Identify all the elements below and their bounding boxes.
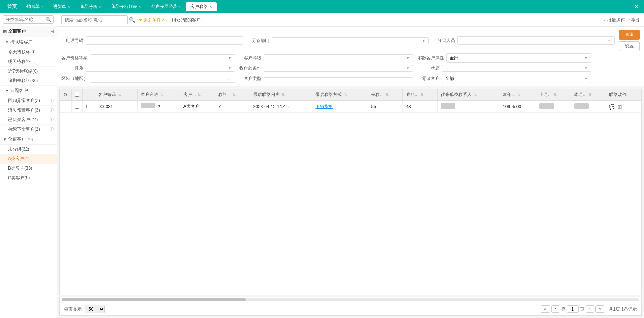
select-all-checkbox[interactable] [75, 92, 79, 97]
sidebar-item-declining[interactable]: 持续下滑客户(2) ⓘ [0, 125, 57, 134]
sidebar-item-already-lost[interactable]: 已流失客户(24) ⓘ [0, 115, 57, 125]
arrow-down-icon: ▼ [5, 40, 9, 44]
retail-customer-caret-icon: ▼ [584, 77, 588, 81]
nature-select[interactable]: ▼ [86, 65, 235, 72]
td-unit-contact [438, 101, 500, 113]
th-name[interactable]: 客户名称 ⇅ [138, 89, 180, 101]
scroll-thumb[interactable] [62, 298, 246, 301]
first-page-button[interactable]: « [541, 305, 550, 313]
th-overdue[interactable]: 逾期... ⇅ [403, 89, 438, 101]
nav-home[interactable]: 首页 [3, 2, 21, 11]
th-not-contacted[interactable]: 未联... ⇅ [368, 89, 403, 101]
row-checkbox[interactable] [75, 104, 79, 109]
close-tab-customer-tier-icon[interactable]: × [179, 4, 181, 9]
price-grade-caret-icon: ▼ [228, 56, 232, 60]
status-caret-icon: ▼ [584, 66, 588, 70]
settings-button[interactable]: 设置 [619, 41, 640, 51]
customer-type-select[interactable] [264, 77, 413, 80]
th-customer-type[interactable]: 客户... ⇅ [180, 89, 215, 101]
sidebar-value-group[interactable]: ▼ 价值客户 ↻ + [0, 134, 57, 145]
dept-label: 分管部门 [247, 38, 269, 44]
filter-caret-icon: ∧ [162, 17, 165, 22]
last-contact-method-link[interactable]: 下销货单 [315, 104, 333, 109]
close-tab-product-list-icon[interactable]: × [139, 4, 141, 9]
td-customer-type: A类客户 [180, 101, 215, 113]
th-unit-contact[interactable]: 往来单位联系人 ⇅ [438, 89, 500, 101]
sort-overdue-icon: ⇅ [421, 93, 423, 97]
nav-tab-product-analysis[interactable]: 商品分析 × [75, 2, 105, 11]
query-button[interactable]: 查询 [619, 30, 640, 40]
th-last-month[interactable]: 上月... ⇅ [536, 89, 571, 101]
arrow-down-icon-problem: ▼ [5, 89, 9, 93]
my-customers-checkbox[interactable] [168, 18, 173, 22]
th-this-year[interactable]: 本年... ⇅ [500, 89, 536, 101]
retail-attr-select[interactable]: 全部 ▼ [446, 53, 591, 63]
prev-page-button[interactable]: ‹ [551, 305, 559, 313]
th-action: 联络动作 [606, 89, 641, 101]
retail-attr-field: 零散客户属性 全部 ▼ [418, 53, 591, 63]
more-filters-button[interactable]: ▼ 更多条件 ∧ [138, 17, 165, 23]
nav-tab-sales[interactable]: 销售单 × [22, 2, 48, 11]
td-overdue: 48 [403, 101, 438, 113]
sidebar-item-class-b[interactable]: B类客户(33) [0, 164, 57, 173]
nav-tab-product-list[interactable]: 商品分析列表 × [106, 2, 145, 11]
search-button[interactable]: 🔍 [129, 17, 135, 23]
qr-action-icon[interactable]: ⊞ [618, 104, 622, 110]
close-tab-purchase-icon[interactable]: × [68, 4, 70, 9]
close-all-icon[interactable]: × [632, 2, 641, 11]
close-tab-sales-icon[interactable]: × [41, 4, 43, 9]
sidebar-item-abnormal-repurchase[interactable]: 回购异常客户(2) ⓘ [0, 96, 57, 106]
status-select[interactable]: ▼ [442, 65, 591, 72]
nav-tab-customer-tier[interactable]: 客户分层经营 × [146, 2, 185, 11]
refresh-icon[interactable]: ↻ [27, 137, 31, 142]
pagination-nav: « ‹ 第 页 › » 共1页 1条记录 [541, 305, 637, 313]
top-navigation: 首页 销售单 × 进货单 × 商品分析 × 商品分析列表 × 客户分层经营 × … [0, 0, 644, 13]
retail-customer-select[interactable]: 全部 ▼ [442, 74, 591, 83]
sidebar-item-7days-pending[interactable]: 近7天待联络(0) [0, 67, 57, 76]
per-page-select[interactable]: 50 100 200 [85, 305, 105, 313]
last-month-blurred [539, 103, 554, 109]
sidebar-all-customers-header[interactable]: ⊞ 全部客户 ◀ [0, 26, 57, 37]
sidebar-item-today-pending[interactable]: 今天待联络(0) [0, 47, 57, 57]
info-icon-lost-warning: ⓘ [50, 107, 54, 113]
sidebar-item-tomorrow-pending[interactable]: 明天待联络(1) [0, 57, 57, 67]
message-action-icon[interactable]: 💬 [609, 104, 615, 110]
sidebar-item-ungrouped[interactable]: 未分组(32) [0, 145, 57, 154]
th-settings[interactable]: ⚙ [60, 89, 71, 101]
th-last-contact-method[interactable]: 最后联络方式 ⇅ [312, 89, 368, 101]
collapse-icon[interactable]: ◀ [51, 29, 54, 34]
close-tab-customer-contact-icon[interactable]: × [210, 4, 212, 9]
close-tab-product-analysis-icon[interactable]: × [99, 4, 101, 9]
th-code[interactable]: 客户编码 ⇅ [95, 89, 138, 101]
sidebar-pending-group[interactable]: ▼ 待联络客户 [0, 37, 57, 47]
staff-select[interactable]: ··· [457, 36, 615, 45]
nav-tab-purchase[interactable]: 进货单 × [49, 2, 74, 11]
sidebar-item-class-a[interactable]: A类客户(1) [0, 154, 57, 164]
th-contact[interactable]: 联络... ⇅ [215, 89, 250, 101]
th-last-contact-date[interactable]: 最后联络日期 ⇅ [250, 89, 312, 101]
sidebar-item-overdue-pending[interactable]: 逾期未联络(30) [0, 76, 57, 86]
phone-input[interactable] [86, 36, 243, 45]
last-page-button[interactable]: » [595, 305, 605, 313]
export-button[interactable]: ↑ 导出 [628, 17, 640, 23]
sidebar-item-lost-warning[interactable]: 流失预警客户(3) ⓘ [0, 106, 57, 115]
td-name: ？ [138, 101, 180, 113]
price-grade-select[interactable]: ▼ [90, 54, 235, 61]
next-page-button[interactable]: › [586, 305, 594, 313]
region-label: 区域（地区） [61, 75, 88, 82]
search-input[interactable] [61, 15, 128, 24]
horizontal-scrollbar[interactable] [59, 297, 642, 303]
region-select[interactable]: ··· [90, 75, 235, 83]
nav-tab-customer-contact[interactable]: 客户联络 × [186, 2, 216, 11]
sidebar-item-class-c[interactable]: C类客户(6) [0, 173, 57, 183]
th-this-month[interactable]: 本月... ⇅ [571, 89, 606, 101]
dept-select[interactable]: ▼ [272, 37, 429, 44]
my-customers-checkbox-label[interactable]: 我分管的客户 [168, 17, 201, 23]
payment-select[interactable]: ▼ [264, 65, 413, 72]
add-group-icon[interactable]: + [31, 137, 33, 142]
table-row: 1 000031 ？ A类客户 7 [60, 101, 641, 113]
batch-op-button[interactable]: ☑ 批量操作 [602, 17, 625, 23]
sidebar-problem-group[interactable]: ▼ 问题客户 [0, 86, 57, 96]
customer-grade-select[interactable]: ▼ [264, 54, 413, 61]
page-number-input[interactable] [567, 305, 579, 313]
